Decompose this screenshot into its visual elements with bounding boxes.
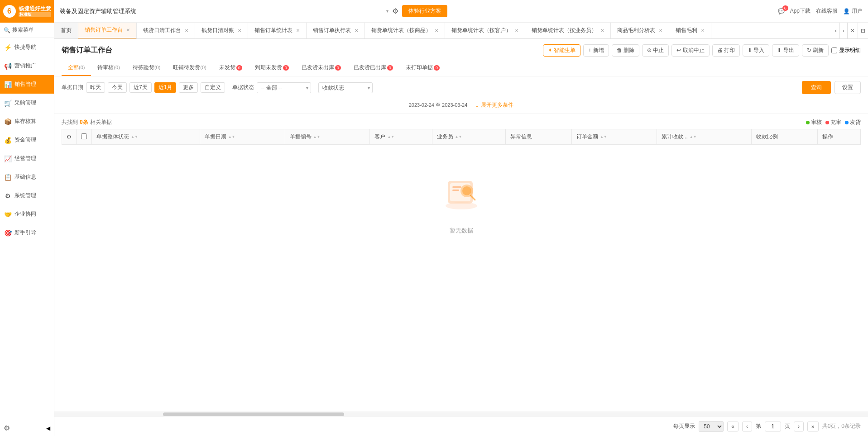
- sort-amount[interactable]: ▲▼: [600, 135, 607, 139]
- col-date[interactable]: 单据日期▲▼: [200, 129, 285, 145]
- col-settings-icon[interactable]: ⚙: [67, 134, 72, 140]
- tab-sales-by-customer[interactable]: 销货单统计表（按客户）✕: [445, 23, 525, 39]
- sub-tab-wangpu-pending[interactable]: 旺铺待发货(0): [167, 60, 212, 76]
- cancel-stop-btn[interactable]: ↩ 取消中止: [671, 44, 709, 57]
- date-option-近7天[interactable]: 近7天: [129, 82, 152, 93]
- tab-scroll-right[interactable]: ›: [839, 23, 847, 39]
- tab-close-sales-by-staff[interactable]: ✕: [600, 28, 604, 33]
- smart-order-btn[interactable]: ✦ 智能生单: [543, 44, 580, 57]
- sub-tab-not-shipped[interactable]: 未发货0: [213, 60, 249, 76]
- action-btn-review[interactable]: 审核: [806, 118, 822, 126]
- action-btn-ship[interactable]: 发货: [845, 118, 861, 126]
- tab-close-sales-profit[interactable]: ✕: [701, 28, 705, 33]
- refresh-btn[interactable]: ↻ 刷新: [802, 44, 829, 57]
- sidebar-item-basic-info[interactable]: 📋基础信息: [0, 168, 54, 186]
- app-download-link[interactable]: App下载: [790, 7, 810, 15]
- sort-number[interactable]: ▲▼: [313, 135, 321, 139]
- tab-sales-stat[interactable]: 销售订单统计表✕: [248, 23, 307, 39]
- set-btn[interactable]: 设置: [834, 81, 861, 94]
- show-detail-toggle[interactable]: 显示明细: [831, 47, 861, 54]
- sidebar-item-purchase[interactable]: 🛒采购管理: [0, 94, 54, 112]
- tab-close-cash-daily[interactable]: ✕: [185, 28, 188, 33]
- tab-close-sales-exec[interactable]: ✕: [355, 28, 358, 33]
- sub-tab-pending-review[interactable]: 待审核(0): [91, 60, 126, 76]
- tab-close-all[interactable]: ✕: [847, 23, 858, 39]
- collapse-icon[interactable]: ◀: [46, 425, 50, 431]
- col-number[interactable]: 单据编号▲▼: [285, 129, 370, 145]
- expand-btn[interactable]: ⌄ 展开更多条件: [475, 101, 513, 109]
- sub-tab-all[interactable]: 全部(0): [62, 60, 91, 76]
- tab-sales-exec[interactable]: 销售订单执行表✕: [307, 23, 365, 39]
- industry-btn[interactable]: 体验行业方案: [402, 5, 447, 17]
- col-amount[interactable]: 订单金额▲▼: [571, 129, 657, 145]
- user-menu[interactable]: 👤 用户: [843, 7, 863, 15]
- print-btn[interactable]: 🖨 打印: [712, 44, 740, 57]
- export-btn[interactable]: ⬆ 导出: [772, 44, 799, 57]
- payment-select[interactable]: 收款状态: [318, 82, 373, 93]
- tab-close-sales-by-product[interactable]: ✕: [435, 28, 438, 33]
- topbar-settings-icon[interactable]: ⚙: [392, 7, 398, 15]
- sidebar-item-sales[interactable]: 📊销售管理: [0, 75, 54, 94]
- scrollbar-area[interactable]: [54, 412, 868, 416]
- delete-btn[interactable]: 🗑 删除: [612, 44, 639, 57]
- col-customer[interactable]: 客户▲▼: [370, 129, 432, 145]
- col-collected[interactable]: 累计收款...▲▼: [657, 129, 751, 145]
- tab-close-sales-by-customer[interactable]: ✕: [515, 28, 518, 33]
- sidebar-item-operation[interactable]: 📈经营管理: [0, 149, 54, 168]
- sort-status[interactable]: ▲▼: [131, 135, 138, 139]
- tab-margin-analysis[interactable]: 商品毛利分析表✕: [611, 23, 669, 39]
- status-select[interactable]: -- 全部 --: [257, 82, 311, 93]
- sub-tab-shipped-not-out[interactable]: 已发货未出库0: [295, 60, 347, 76]
- sort-staff[interactable]: ▲▼: [455, 135, 462, 139]
- sidebar-item-system[interactable]: ⚙系统管理: [0, 186, 54, 205]
- prev-page-btn[interactable]: ‹: [742, 422, 752, 431]
- sort-collected[interactable]: ▲▼: [690, 135, 697, 139]
- system-dropdown-icon[interactable]: ▾: [386, 9, 388, 14]
- tab-close-margin-analysis[interactable]: ✕: [659, 28, 662, 33]
- sub-tab-not-printed[interactable]: 未打印单据0: [399, 60, 446, 76]
- tab-sales-profit[interactable]: 销售毛利✕: [669, 23, 711, 39]
- stop-btn[interactable]: ⊘ 中止: [642, 44, 669, 57]
- sort-customer[interactable]: ▲▼: [387, 135, 394, 139]
- tab-close-sales-stat[interactable]: ✕: [296, 28, 300, 33]
- sidebar-item-finance[interactable]: 💰资金管理: [0, 131, 54, 149]
- sidebar-item-quick-nav[interactable]: ⚡快捷导航: [0, 38, 54, 57]
- scrollbar-thumb[interactable]: [163, 412, 344, 416]
- sidebar-item-enterprise[interactable]: 🤝企业协同: [0, 205, 54, 223]
- date-option-更多[interactable]: 更多: [179, 82, 198, 93]
- sub-tab-shipped-out[interactable]: 已发货已出库0: [347, 60, 399, 76]
- settings-icon[interactable]: ⚙: [4, 424, 10, 432]
- tab-close-cash-reconcile[interactable]: ✕: [238, 28, 241, 33]
- tab-cash-daily[interactable]: 钱货日清工作台✕: [137, 23, 195, 39]
- page-input[interactable]: [765, 422, 781, 431]
- sub-tab-pending-check[interactable]: 待拣验货(0): [126, 60, 167, 76]
- date-option-近1月[interactable]: 近1月: [154, 82, 177, 93]
- message-badge[interactable]: 💬 6: [778, 8, 785, 14]
- sort-date[interactable]: ▲▼: [228, 135, 235, 139]
- tab-sales-by-product[interactable]: 销货单统计表（按商品）✕: [365, 23, 445, 39]
- show-detail-checkbox[interactable]: [831, 47, 837, 53]
- col-status[interactable]: 单据整体状态▲▼: [92, 129, 200, 145]
- tab-sales-by-staff[interactable]: 销货单统计表（按业务员）✕: [525, 23, 611, 39]
- online-service-link[interactable]: 在线客服: [816, 7, 838, 15]
- tab-home[interactable]: 首页: [54, 23, 78, 39]
- tab-scroll-left[interactable]: ‹: [832, 23, 839, 39]
- date-option-昨天[interactable]: 昨天: [86, 82, 105, 93]
- sidebar-item-inventory[interactable]: 📦库存核算: [0, 112, 54, 131]
- col-staff[interactable]: 业务员▲▼: [432, 129, 506, 145]
- tab-sales-order-workbench[interactable]: 销售订单工作台✕: [78, 23, 137, 39]
- tab-close-sales-order-workbench[interactable]: ✕: [126, 28, 130, 33]
- add-btn[interactable]: + 新增: [583, 44, 609, 57]
- date-option-今天[interactable]: 今天: [108, 82, 127, 93]
- tab-expand[interactable]: ⊡: [858, 23, 868, 39]
- sub-tab-overdue-not-shipped[interactable]: 到期未发货0: [249, 60, 295, 76]
- select-all-checkbox[interactable]: [81, 133, 87, 139]
- sidebar-item-guide[interactable]: 🎯新手引导: [0, 223, 54, 242]
- sidebar-search[interactable]: 🔍 搜索菜单: [0, 23, 54, 38]
- query-btn[interactable]: 查询: [802, 81, 831, 94]
- tab-cash-reconcile[interactable]: 钱货日清对账✕: [195, 23, 248, 39]
- action-btn-unreviewed[interactable]: 充审: [825, 118, 841, 126]
- import-btn[interactable]: ⬇ 导入: [743, 44, 769, 57]
- last-page-btn[interactable]: »: [807, 422, 819, 431]
- page-size-select[interactable]: 102050100: [699, 421, 724, 432]
